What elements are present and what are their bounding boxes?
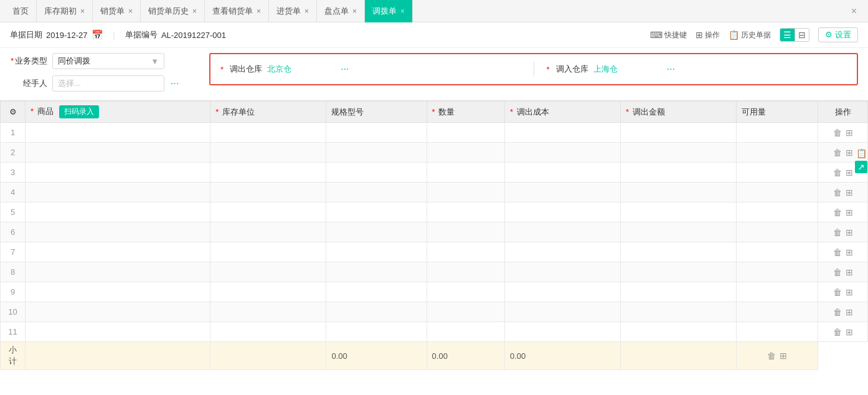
spec-cell[interactable]: [326, 282, 427, 302]
calendar-icon[interactable]: 📅: [92, 29, 103, 40]
copy-icon[interactable]: ⊞: [846, 128, 853, 138]
qty-cell[interactable]: [427, 322, 504, 342]
delete-icon[interactable]: 🗑: [833, 188, 842, 198]
available-cell[interactable]: [737, 302, 818, 322]
close-view-sales[interactable]: ×: [257, 7, 261, 16]
spec-cell[interactable]: [326, 163, 427, 183]
delete-icon[interactable]: 🗑: [833, 148, 842, 158]
person-field[interactable]: 选择...: [52, 75, 164, 92]
product-cell[interactable]: [26, 242, 210, 262]
spec-cell[interactable]: [326, 183, 427, 202]
sidebar-export-icon[interactable]: ↗: [855, 161, 867, 173]
cost-cell[interactable]: [504, 143, 620, 163]
subtotal-delete-icon[interactable]: 🗑: [767, 351, 776, 361]
available-cell[interactable]: [737, 123, 818, 143]
qty-cell[interactable]: [427, 282, 504, 302]
scan-btn[interactable]: 扫码录入: [59, 105, 99, 118]
delete-icon[interactable]: 🗑: [833, 247, 842, 257]
product-cell[interactable]: [26, 143, 210, 163]
delete-icon[interactable]: 🗑: [833, 128, 842, 138]
amount-cell[interactable]: [621, 123, 737, 143]
amount-cell[interactable]: [621, 222, 737, 242]
amount-cell[interactable]: [621, 302, 737, 322]
close-inventory-init[interactable]: ×: [80, 7, 85, 16]
spec-cell[interactable]: [326, 222, 427, 242]
unit-cell[interactable]: [210, 163, 326, 183]
tab-home[interactable]: 首页: [5, 0, 37, 22]
cost-cell[interactable]: [504, 302, 620, 322]
qty-cell[interactable]: [427, 242, 504, 262]
product-cell[interactable]: [26, 262, 210, 282]
spec-cell[interactable]: [326, 322, 427, 342]
qty-cell[interactable]: [427, 143, 504, 163]
amount-cell[interactable]: [621, 202, 737, 222]
warehouse-out-field[interactable]: 北京仓: [267, 64, 329, 75]
copy-icon[interactable]: ⊞: [846, 287, 853, 297]
spec-cell[interactable]: [326, 123, 427, 143]
product-cell[interactable]: [26, 282, 210, 302]
product-cell[interactable]: [26, 222, 210, 242]
tab-sales-history[interactable]: 销货单历史 ×: [141, 0, 205, 22]
close-sales-history[interactable]: ×: [192, 7, 197, 16]
amount-cell[interactable]: [621, 282, 737, 302]
spec-cell[interactable]: [326, 242, 427, 262]
cost-cell[interactable]: [504, 262, 620, 282]
available-cell[interactable]: [737, 322, 818, 342]
available-cell[interactable]: [737, 163, 818, 183]
available-cell[interactable]: [737, 143, 818, 163]
qty-cell[interactable]: [427, 302, 504, 322]
sidebar-note-icon[interactable]: 📋: [855, 147, 867, 159]
unit-cell[interactable]: [210, 302, 326, 322]
delete-icon[interactable]: 🗑: [833, 207, 842, 217]
tab-purchase[interactable]: 进货单 ×: [269, 0, 317, 22]
copy-icon[interactable]: ⊞: [846, 267, 853, 277]
available-cell[interactable]: [737, 183, 818, 202]
cost-cell[interactable]: [504, 163, 620, 183]
delete-icon[interactable]: 🗑: [833, 168, 842, 178]
warehouse-in-field[interactable]: 上海仓: [593, 64, 656, 75]
product-cell[interactable]: [26, 302, 210, 322]
delete-icon[interactable]: 🗑: [833, 287, 842, 297]
delete-icon[interactable]: 🗑: [833, 327, 842, 337]
amount-cell[interactable]: [621, 163, 737, 183]
grid-view-btn[interactable]: ⊟: [795, 29, 809, 41]
delete-icon[interactable]: 🗑: [833, 267, 842, 277]
spec-cell[interactable]: [326, 262, 427, 282]
delete-icon[interactable]: 🗑: [833, 307, 842, 317]
product-cell[interactable]: [26, 123, 210, 143]
warehouse-out-more[interactable]: ···: [341, 64, 349, 75]
cost-cell[interactable]: [504, 202, 620, 222]
copy-icon[interactable]: ⊞: [846, 227, 853, 237]
cost-cell[interactable]: [504, 222, 620, 242]
subtotal-copy-icon[interactable]: ⊞: [780, 351, 787, 361]
amount-cell[interactable]: [621, 183, 737, 202]
available-cell[interactable]: [737, 262, 818, 282]
qty-cell[interactable]: [427, 222, 504, 242]
setting-btn[interactable]: ⚙ 设置: [818, 27, 858, 42]
product-cell[interactable]: [26, 183, 210, 202]
cost-cell[interactable]: [504, 123, 620, 143]
available-cell[interactable]: [737, 202, 818, 222]
amount-cell[interactable]: [621, 143, 737, 163]
unit-cell[interactable]: [210, 202, 326, 222]
unit-cell[interactable]: [210, 143, 326, 163]
copy-icon[interactable]: ⊞: [846, 168, 853, 178]
unit-cell[interactable]: [210, 322, 326, 342]
copy-icon[interactable]: ⊞: [846, 247, 853, 257]
amount-cell[interactable]: [621, 322, 737, 342]
spec-cell[interactable]: [326, 302, 427, 322]
unit-cell[interactable]: [210, 183, 326, 202]
unit-cell[interactable]: [210, 123, 326, 143]
list-view-btn[interactable]: ☰: [780, 29, 795, 41]
tab-sales-order[interactable]: 销货单 ×: [93, 0, 141, 22]
spec-cell[interactable]: [326, 202, 427, 222]
unit-cell[interactable]: [210, 262, 326, 282]
available-cell[interactable]: [737, 282, 818, 302]
copy-icon[interactable]: ⊞: [846, 207, 853, 217]
history-btn[interactable]: 📋 历史单据: [729, 30, 771, 40]
close-all-tabs[interactable]: ×: [845, 6, 863, 17]
copy-icon[interactable]: ⊞: [846, 307, 853, 317]
tab-stocktake[interactable]: 盘点单 ×: [317, 0, 365, 22]
cost-cell[interactable]: [504, 183, 620, 202]
cost-cell[interactable]: [504, 242, 620, 262]
